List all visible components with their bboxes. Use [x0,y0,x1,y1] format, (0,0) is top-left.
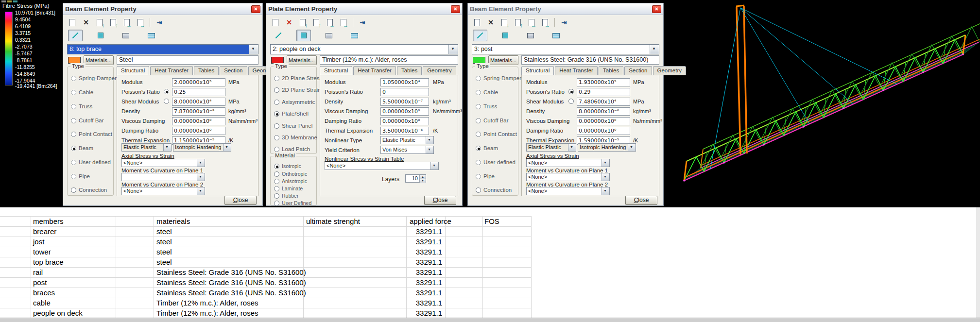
property-color-swatch[interactable] [271,57,284,64]
chevron-down-icon[interactable] [197,173,205,181]
cell-material[interactable]: Stainless Steel: Grade 316 (UNS No. S316… [156,288,306,298]
cell-member[interactable]: cable [33,298,51,308]
ply-elements-toggle[interactable] [144,30,158,41]
copy-out-button[interactable]: ↑ [310,17,323,28]
viscous-damping-input[interactable]: 0.000000x10⁰ [577,117,630,125]
materials-button[interactable]: Materials... [488,55,518,65]
nonlinear-table-dropdown[interactable]: <None> [325,162,439,170]
cell-applied-force[interactable]: 33291.1 [374,298,442,308]
chevron-down-icon[interactable] [650,45,659,54]
delete-property-button[interactable] [283,17,295,28]
copy-in-button[interactable]: ↓ [498,17,511,28]
arrow-up-icon[interactable]: ▲ [420,175,426,179]
poisson-input[interactable]: 0.25 [172,88,225,96]
plate-elements-toggle[interactable] [498,30,513,41]
tab-section[interactable]: Section [624,66,652,75]
layers-stepper[interactable]: 10 ▲▼ [405,174,426,183]
shear-modulus-input[interactable]: 7.480600x10⁴ [577,98,630,106]
import-button[interactable]: ← [324,17,336,28]
close-button[interactable]: Close [625,196,657,205]
property-color-swatch[interactable] [68,57,81,64]
import-button[interactable]: ← [120,17,133,28]
close-icon[interactable] [451,5,460,13]
material-option-isotropic[interactable]: Isotropic [274,163,301,169]
cell-applied-force[interactable]: 33291.1 [374,277,442,288]
cell-member[interactable]: jost [33,237,44,247]
header-fos[interactable]: FOS [484,216,499,226]
dialog-titlebar[interactable]: Beam Element Property [468,3,663,15]
nonlinear-model-dropdown[interactable]: Elastic Plastic [121,143,172,152]
type-option-3d-membrane[interactable]: 3D Membrane [274,135,317,140]
type-option-cutoff-bar[interactable]: Cutoff Bar [476,118,509,123]
chevron-down-icon[interactable] [426,146,433,153]
beam-elements-toggle[interactable] [68,30,83,41]
type-option-beam[interactable]: Beam [71,145,93,151]
tab-heat-transfer[interactable]: Heat Transfer [353,66,396,75]
dialog-titlebar[interactable]: Beam Element Property [63,3,262,15]
moment-curvature-plane2-dropdown[interactable]: <None> [526,187,610,195]
type-option-pipe[interactable]: Pipe [476,173,495,179]
tab-geometry[interactable]: Geometry [423,66,456,75]
close-button[interactable]: Close [224,196,257,205]
cell-member[interactable]: post [33,277,47,288]
cell-applied-force[interactable]: 33291.1 [374,226,442,237]
close-icon[interactable] [251,5,260,13]
header-members[interactable]: members [33,216,64,226]
export-button[interactable]: → [539,17,551,28]
property-selector[interactable]: 8: top brace [67,44,258,54]
tab-structural[interactable]: Structural [320,66,352,75]
export-button[interactable]: → [134,17,147,28]
density-input[interactable]: 7.870000x10⁻⁹ [172,107,225,116]
density-input[interactable]: 8.000000x10⁻⁶ [577,107,630,116]
modulus-input[interactable]: 2.000000x10⁵ [172,78,225,86]
materials-button[interactable]: Materials... [287,55,317,65]
arrow-down-icon[interactable]: ▼ [420,179,426,183]
brick-elements-toggle[interactable] [119,30,133,41]
cell-member[interactable]: brearer [33,226,56,237]
property-selector[interactable]: 2: people on deck [270,44,458,54]
type-option-axisymmetric[interactable]: Axisymmetric [274,99,315,105]
density-input[interactable]: 5.500000x10⁻⁷ [380,98,429,106]
damping-ratio-input[interactable]: 0.000000x10⁰ [577,127,630,135]
material-name-field[interactable]: Stainless Steel: Grade 316 (UNS No. S316… [521,55,659,65]
cell-material[interactable]: steel [156,247,172,257]
type-option-connection[interactable]: Connection [476,187,512,193]
tab-tables[interactable]: Tables [194,66,219,75]
chevron-down-icon[interactable] [448,45,458,54]
type-option-2d-plane-strain[interactable]: 2D Plane Strain [274,87,321,93]
chevron-down-icon[interactable] [602,159,609,167]
material-option-rubber[interactable]: Rubber [274,193,298,199]
material-option-laminate[interactable]: Laminate [274,186,303,191]
material-option-anisotropic[interactable]: Anisotropic [274,178,307,184]
cell-material[interactable]: Stainless Steel: Grade 316 (UNS No. S316… [156,277,306,288]
material-option-orthotropic[interactable]: Orthotropic [274,171,307,177]
cell-material[interactable]: Timber (12% m.c.): Alder, roses [156,308,258,318]
plate-elements-toggle[interactable] [93,30,108,41]
new-property-button[interactable] [471,17,483,28]
ply-elements-toggle[interactable] [347,30,361,41]
materials-button[interactable]: Materials... [84,55,114,65]
type-option-beam[interactable]: Beam [476,145,498,151]
poisson-input[interactable]: 0.29 [577,88,630,96]
type-option-plate-shell[interactable]: Plate/Shell [274,111,309,117]
tab-heat-transfer[interactable]: Heat Transfer [150,66,193,75]
hardening-dropdown[interactable]: Isotropic Hardening [173,143,231,152]
chevron-down-icon[interactable] [426,136,433,144]
type-option-spring-damper[interactable]: Spring-Damper [71,75,117,81]
chevron-down-icon[interactable] [197,159,205,167]
moment-curvature-plane1-dropdown[interactable] [121,173,205,181]
type-option-shear-panel[interactable]: Shear Panel [274,123,312,129]
chevron-down-icon[interactable] [249,45,258,54]
new-property-button[interactable] [269,17,282,28]
close-button[interactable]: Close [424,196,456,205]
scrollbar[interactable] [976,207,980,318]
type-option-spring-damper[interactable]: Spring-Damper [476,75,521,81]
layers-value[interactable]: 10 [406,175,419,182]
chevron-down-icon[interactable] [568,144,576,151]
cell-applied-force[interactable]: 33291.1 [374,288,442,298]
type-option-connection[interactable]: Connection [71,187,107,193]
assign-button[interactable]: ⇥ [153,17,166,28]
chevron-down-icon[interactable] [602,187,609,195]
type-option-truss[interactable]: Truss [476,103,497,109]
beam-elements-toggle[interactable] [473,30,487,41]
